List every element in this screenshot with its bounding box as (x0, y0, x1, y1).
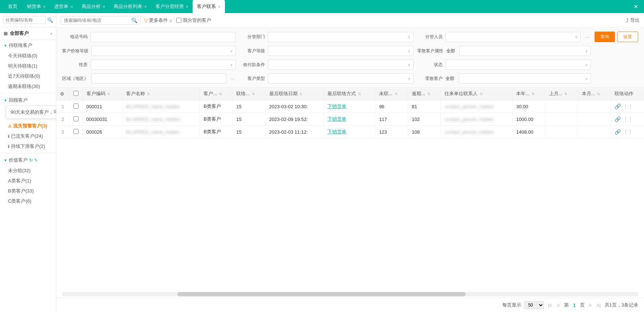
settings-button[interactable]: 设置 (617, 32, 638, 42)
col-checkbox[interactable] (69, 88, 82, 100)
region-ellipsis[interactable]: ··· (229, 76, 236, 81)
settings-icon[interactable]: ⚙ (60, 91, 64, 97)
nature-select[interactable]: ∨ (90, 60, 236, 70)
col-year-amount-sort[interactable]: ⇅ (532, 92, 535, 96)
page-prev-prev[interactable]: |< (547, 303, 553, 308)
col-contact-person-label: 往来单位联系人 (444, 91, 478, 96)
my-customers-checkbox[interactable] (176, 18, 181, 23)
sidebar-item-churned[interactable]: ℹ 已流失客户(24) (0, 131, 56, 141)
filter-region: 区域（地区） ··· (62, 73, 236, 84)
tab-sales-order[interactable]: 销货单 × (23, 0, 50, 13)
tab-product-analysis-list[interactable]: 商品分析列表 × (109, 0, 151, 13)
sidebar-search-input[interactable] (3, 16, 46, 24)
row-last-method-0[interactable]: 下销货单 (324, 100, 375, 113)
sidebar-all-customers[interactable]: ⊞ 全部客户 « (0, 27, 56, 40)
section-pending-contact[interactable]: ▼ 待联络客户 (0, 40, 56, 51)
col-contact-person-sort[interactable]: ⇅ (480, 92, 483, 96)
col-code-sort[interactable]: ⇅ (107, 92, 110, 96)
row-checkbox-1[interactable] (69, 113, 82, 126)
sidebar-item-today-contact[interactable]: 今天待联络(0) (0, 51, 56, 61)
filter-search-icon[interactable]: 🔍 (131, 17, 137, 23)
horizontal-scrollbar[interactable] (62, 292, 638, 296)
row-last-method-1[interactable]: 下销货单 (324, 113, 375, 126)
action-more-0[interactable]: ⋮⋮ (623, 104, 633, 109)
customer-type-select[interactable]: ∨ (268, 73, 413, 84)
tab-customer-layered-close[interactable]: × (186, 4, 188, 9)
row-last-method-2[interactable]: 下销货单 (324, 126, 375, 138)
col-contact-count-sort[interactable]: ⇅ (252, 92, 255, 96)
customer-level-select[interactable]: ∨ (268, 46, 413, 56)
sidebar-item-b-class[interactable]: B类客户(33) (0, 186, 56, 196)
filter-more-btn[interactable]: ▽ 更多条件 ∨ (144, 17, 173, 24)
action-more-1[interactable]: ⋮⋮ (623, 116, 633, 122)
col-current-month-amount: 本月... ⇅ (578, 88, 611, 100)
sidebar-item-overdue-contact[interactable]: 逾期未联络(30) (0, 81, 56, 92)
filter-search-box[interactable]: 🔍 (61, 16, 141, 25)
row-cb-2[interactable] (73, 129, 79, 134)
person-ellipsis[interactable]: ··· (584, 34, 591, 40)
sidebar-item-declining[interactable]: ℹ 持续下滑客户(2) (0, 141, 56, 151)
filter-zero-customer: 零散客户 全部 ∨ (417, 73, 591, 84)
sidebar-item-churn-warning[interactable]: ⚠ 流失预警客户(3) (0, 121, 56, 131)
edit-icon[interactable]: ✎ (34, 158, 38, 163)
sidebar-item-tomorrow-contact[interactable]: 明天待联络(1) (0, 61, 56, 71)
query-button[interactable]: 查询 (595, 32, 615, 42)
tab-product-analysis-close[interactable]: × (103, 4, 105, 9)
my-customers-checkbox-area[interactable]: 我分管的客户 (176, 17, 211, 24)
row-cb-1[interactable] (73, 116, 79, 121)
col-settings[interactable]: ⚙ (56, 88, 69, 100)
sidebar-search-icon[interactable]: 🔍 (47, 17, 53, 23)
status-select[interactable]: ∨ (446, 60, 591, 70)
filter-search-input[interactable] (64, 18, 131, 23)
person-select[interactable]: ∨ (446, 32, 581, 42)
section-value-customers[interactable]: ▼ 价值客户 ↻ ✎ (0, 155, 56, 166)
action-more-2[interactable]: ⋮⋮ (623, 129, 633, 135)
tab-home[interactable]: 首页 (3, 0, 23, 13)
sidebar-item-7days-contact[interactable]: 近7天待联络(0) (0, 71, 56, 81)
row-cb-0[interactable] (73, 104, 79, 109)
phone-input[interactable] (90, 32, 236, 42)
dept-select[interactable]: ∨ (268, 32, 413, 42)
tab-customer-contact[interactable]: 客户联系 × (193, 0, 225, 13)
col-last-date-label: 最后联络日期 (269, 91, 298, 96)
tab-product-analysis[interactable]: 商品分析 × (77, 0, 109, 13)
row-checkbox-2[interactable] (69, 126, 82, 138)
zero-customer-select[interactable]: ∨ (459, 73, 591, 84)
export-button[interactable]: ⤴ 导出 (626, 17, 640, 24)
action-link-2[interactable]: 🔗 (615, 129, 621, 135)
page-prev[interactable]: < (556, 303, 561, 308)
sidebar-item-c-class[interactable]: C类客户(6) (0, 196, 56, 206)
col-type-sort[interactable]: ⇅ (219, 92, 222, 96)
payment-select[interactable]: ∨ (268, 60, 413, 70)
page-last[interactable]: >| (596, 303, 602, 308)
price-level-select[interactable]: ∨ (91, 46, 236, 56)
tab-purchase-order[interactable]: 进货单 × (50, 0, 77, 13)
collapse-icon[interactable]: « (50, 31, 52, 36)
tab-customer-layered[interactable]: 客户分层经营 × (151, 0, 193, 13)
action-link-1[interactable]: 🔗 (615, 116, 621, 122)
row-checkbox-0[interactable] (69, 100, 82, 113)
refresh-icon[interactable]: ↻ (29, 158, 33, 163)
tab-sales-order-close[interactable]: × (43, 4, 45, 9)
select-all-checkbox[interactable] (73, 91, 79, 96)
per-page-select[interactable]: 50 20 100 (524, 301, 544, 309)
col-uncontacted-sort[interactable]: ⇅ (395, 92, 398, 96)
sidebar-item-a-class[interactable]: A类客户(1) (0, 176, 56, 186)
col-overdue-sort[interactable]: ⇅ (427, 92, 430, 96)
col-last-month-sort[interactable]: ⇅ (564, 92, 567, 96)
sidebar-item-ungrouped[interactable]: 未分组(32) (0, 166, 56, 176)
tab-customer-contact-close[interactable]: × (218, 4, 220, 9)
tab-purchase-order-close[interactable]: × (71, 4, 73, 9)
section-review-customers[interactable]: ▼ 回顾客户 (0, 95, 56, 106)
action-link-0[interactable]: 🔗 (615, 104, 621, 109)
tab-product-analysis-list-close[interactable]: × (144, 4, 146, 9)
col-last-date-sort[interactable]: ⇅ (299, 92, 302, 96)
region-select[interactable] (91, 73, 226, 84)
zero-attr-select[interactable]: ∨ (459, 46, 591, 56)
scrollbar-thumb[interactable] (177, 292, 466, 296)
col-name-sort[interactable]: ⇅ (147, 92, 150, 96)
col-last-method-sort[interactable]: ⇅ (358, 92, 361, 96)
page-next[interactable]: > (588, 303, 593, 308)
col-current-month-sort[interactable]: ⇅ (597, 92, 600, 96)
global-close-button[interactable]: ✕ (631, 3, 641, 10)
